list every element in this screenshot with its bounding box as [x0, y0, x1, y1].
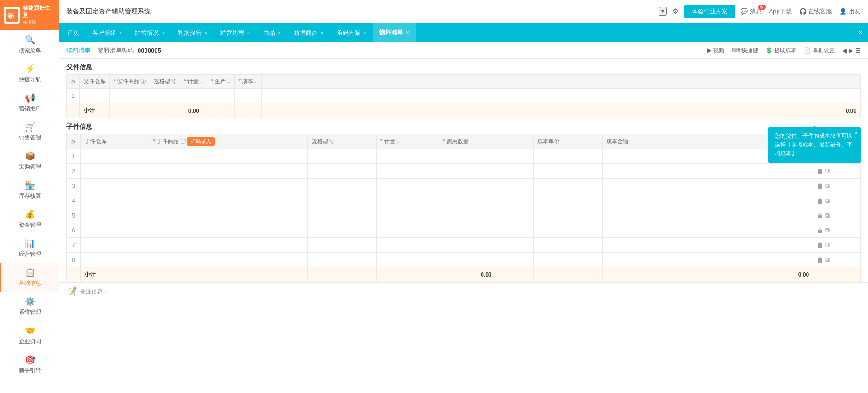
child-row8-cost-amount[interactable] — [602, 253, 813, 267]
child-row8-unit-cost[interactable] — [534, 253, 602, 267]
child-row4-quantity[interactable] — [439, 193, 534, 208]
user-info[interactable]: 👤 用友 — [839, 7, 861, 16]
system-dropdown-btn[interactable]: ▼ — [659, 7, 667, 16]
child-row5-goods[interactable] — [149, 208, 308, 223]
child-row2-warehouse[interactable] — [81, 164, 149, 179]
delete-row2-btn[interactable]: 🗑 — [817, 168, 823, 175]
copy-row3-btn[interactable]: ⧉ — [825, 182, 830, 190]
tab-goods[interactable]: 商品 × — [257, 23, 287, 42]
tab-barcode[interactable]: 条码方案 × — [330, 23, 373, 42]
tooltip-close-btn[interactable]: × — [855, 129, 858, 138]
tab-customer[interactable]: 客户联络 × — [86, 23, 128, 42]
child-row1-warehouse[interactable] — [81, 149, 149, 164]
tab-bom-close[interactable]: × — [406, 30, 409, 35]
parent-row1-goods[interactable] — [110, 89, 150, 103]
child-row1-unit[interactable] — [376, 149, 439, 164]
sidebar-item-search[interactable]: 🔍 搜索菜单 — [0, 30, 59, 59]
child-row2-quantity[interactable] — [439, 164, 534, 179]
child-row2-spec[interactable] — [308, 164, 376, 179]
child-row2-goods[interactable] — [149, 164, 308, 179]
tab-new-goods-close[interactable]: × — [320, 30, 323, 36]
child-row3-spec[interactable] — [308, 179, 376, 193]
child-row4-unit-cost[interactable] — [534, 193, 602, 208]
child-row4-warehouse[interactable] — [81, 193, 149, 208]
child-row4-spec[interactable] — [308, 193, 376, 208]
child-row3-unit-cost[interactable] — [534, 179, 602, 193]
child-row1-goods[interactable] — [149, 149, 308, 164]
tab-profit-close[interactable]: × — [205, 30, 207, 36]
list-view-btn[interactable]: ☰ — [855, 47, 861, 54]
sidebar-item-system[interactable]: ⚙️ 系统管理 — [0, 292, 59, 321]
parent-row1-spec[interactable] — [150, 89, 180, 103]
child-row8-spec[interactable] — [308, 253, 376, 267]
app-download-btn[interactable]: App下载 — [769, 7, 792, 16]
sidebar-item-basic[interactable]: 📋 基础信息 — [0, 263, 59, 292]
tab-history[interactable]: 经营历程 × — [214, 23, 256, 42]
child-row3-cost-amount[interactable] — [602, 179, 813, 193]
child-row3-goods[interactable] — [149, 179, 308, 193]
delete-row3-btn[interactable]: 🗑 — [817, 182, 823, 190]
sidebar-item-inventory[interactable]: 🏪 库存核算 — [0, 175, 59, 205]
tab-profit[interactable]: 利润报告 × — [171, 23, 214, 42]
sidebar-item-operation[interactable]: 📊 经营管理 — [0, 234, 59, 263]
sidebar-item-guide[interactable]: 🎯 新手引导 — [0, 350, 59, 379]
child-row3-unit[interactable] — [376, 179, 439, 193]
gear-icon[interactable]: ⚙ — [672, 7, 679, 16]
copy-row7-btn[interactable]: ⧉ — [825, 241, 830, 249]
child-row6-goods[interactable] — [149, 223, 308, 238]
child-row7-cost-amount[interactable] — [602, 238, 813, 253]
child-row3-quantity[interactable] — [439, 179, 534, 193]
tab-customer-close[interactable]: × — [119, 30, 122, 36]
child-row8-unit[interactable] — [376, 253, 439, 267]
copy-row2-btn[interactable]: ⧉ — [825, 167, 830, 175]
breadcrumb-list[interactable]: 物料清单 — [66, 46, 90, 54]
child-row8-warehouse[interactable] — [81, 253, 149, 267]
child-row5-spec[interactable] — [308, 208, 376, 223]
delete-row4-btn[interactable]: 🗑 — [817, 197, 823, 205]
single-settings-btn[interactable]: 📄 单据设置 — [804, 47, 835, 54]
child-row4-goods[interactable] — [149, 193, 308, 208]
child-row8-goods[interactable] — [149, 253, 308, 267]
tab-bom[interactable]: 物料清单 × — [373, 23, 415, 42]
sidebar-item-sales[interactable]: 🛒 销售管理 — [0, 117, 59, 146]
copy-row8-btn[interactable]: ⧉ — [825, 256, 830, 264]
child-row5-unit[interactable] — [376, 208, 439, 223]
sidebar-item-marketing[interactable]: 📢 营销推广 — [0, 88, 59, 117]
tab-home[interactable]: 首页 — [61, 23, 86, 42]
scan-input-btn[interactable]: 扫码录入 — [187, 137, 215, 146]
parent-row1-production[interactable] — [207, 89, 235, 103]
tab-barcode-close[interactable]: × — [363, 30, 366, 36]
sidebar-item-quick-nav[interactable]: ⚡ 快捷导航 — [0, 59, 59, 88]
sidebar-item-collab[interactable]: 🤝 企业协同 — [0, 321, 59, 350]
message-btn[interactable]: 💬 6 消息 — [741, 7, 762, 16]
child-row3-warehouse[interactable] — [81, 179, 149, 193]
sidebar-item-finance[interactable]: 💰 资金管理 — [0, 205, 59, 234]
child-row5-cost-amount[interactable] — [602, 208, 813, 223]
child-row5-unit-cost[interactable] — [534, 208, 602, 223]
tab-operation-status[interactable]: 经营情况 × — [128, 23, 171, 42]
child-row6-warehouse[interactable] — [81, 223, 149, 238]
child-row6-unit[interactable] — [376, 223, 439, 238]
child-row2-unit[interactable] — [376, 164, 439, 179]
delete-row6-btn[interactable]: 🗑 — [817, 227, 823, 234]
child-row7-goods[interactable] — [149, 238, 308, 253]
extract-cost-btn[interactable]: 💲 提取成本 — [766, 47, 796, 54]
copy-row6-btn[interactable]: ⧉ — [825, 226, 830, 234]
parent-col-setting[interactable]: ⚙ — [67, 75, 80, 89]
child-row1-quantity[interactable] — [439, 149, 534, 164]
shortcut-btn[interactable]: ⌨ 快捷键 — [732, 47, 758, 54]
child-row7-unit[interactable] — [376, 238, 439, 253]
delete-row7-btn[interactable]: 🗑 — [817, 242, 823, 249]
child-row6-unit-cost[interactable] — [534, 223, 602, 238]
prev-btn[interactable]: ◀ — [842, 47, 847, 54]
tab-new-goods[interactable]: 新增商品 × — [287, 23, 330, 42]
child-row4-cost-amount[interactable] — [602, 193, 813, 208]
tab-history-close[interactable]: × — [247, 30, 250, 36]
child-row8-quantity[interactable] — [439, 253, 534, 267]
delete-row5-btn[interactable]: 🗑 — [817, 212, 823, 219]
child-row7-quantity[interactable] — [439, 238, 534, 253]
child-row1-spec[interactable] — [308, 149, 376, 164]
child-row6-cost-amount[interactable] — [602, 223, 813, 238]
tab-goods-close[interactable]: × — [278, 30, 281, 36]
child-col-setting[interactable]: ⚙ — [67, 134, 81, 149]
